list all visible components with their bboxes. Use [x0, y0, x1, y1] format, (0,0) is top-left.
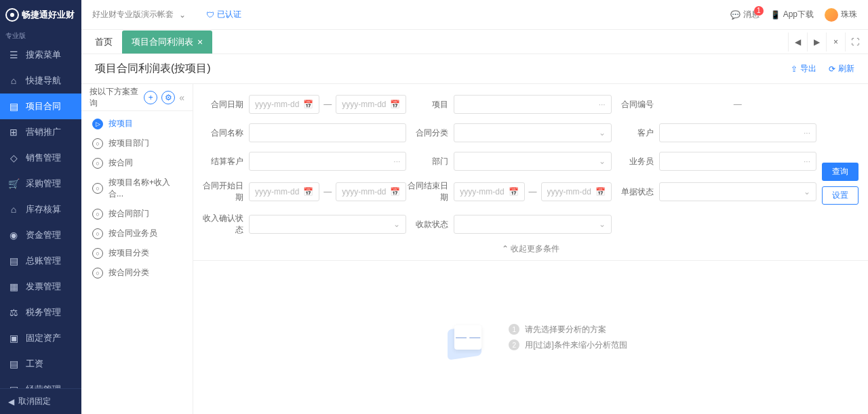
tab-home[interactable]: 首页 — [85, 30, 122, 54]
salesperson-input[interactable]: ··· — [659, 152, 816, 171]
user-menu[interactable]: 珠珠 — [825, 8, 857, 22]
calendar-icon: 📅 — [303, 187, 313, 196]
sidebar-item-11[interactable]: ▣固定资产 — [0, 325, 81, 351]
topbar: 好业财专业版演示帐套 ⌄ 🛡 已认证 💬 消息 1 📱 App下载 珠珠 — [81, 0, 868, 30]
scheme-header-title: 按以下方案查询 — [90, 86, 140, 109]
step1-text: 请先选择要分析的方案 — [525, 324, 606, 335]
sidebar-item-7[interactable]: ◉资金管理 — [0, 222, 81, 248]
calendar-icon: 📅 — [595, 187, 606, 196]
end-date-to[interactable]: yyyy-mm-dd📅 — [541, 182, 612, 201]
label-voucher-status: 单据状态 — [612, 186, 659, 198]
sidebar-item-label: 经营管理 — [26, 384, 61, 388]
customer-input[interactable]: ··· — [659, 123, 816, 142]
tab-prev-button[interactable]: ◀ — [788, 33, 807, 51]
collapse-filters-button[interactable]: ⌃ 收起更多条件 — [193, 238, 868, 261]
income-confirm-select[interactable]: ⌄ — [249, 215, 406, 234]
export-label: 导出 — [800, 63, 816, 75]
scheme-item-1[interactable]: ○按项目部门 — [81, 133, 193, 153]
brand-logo: 畅捷通好业财 — [0, 0, 81, 30]
settings-button[interactable]: 设置 — [822, 186, 859, 205]
sidebar-item-10[interactable]: ⚖税务管理 — [0, 299, 81, 325]
sidebar-pin-toggle[interactable]: ◀ 取消固定 — [0, 388, 81, 414]
scheme-item-4[interactable]: ○按合同部门 — [81, 204, 193, 224]
label-start-date: 合同开始日期 — [201, 180, 249, 203]
sidebar-item-icon: ⚖ — [8, 307, 19, 318]
label-salesperson: 业务员 — [612, 156, 659, 167]
label-department: 部门 — [406, 156, 454, 167]
scheme-item-2[interactable]: ○按合同 — [81, 153, 193, 173]
main-area: 好业财专业版演示帐套 ⌄ 🛡 已认证 💬 消息 1 📱 App下载 珠珠 — [81, 0, 868, 414]
verified-badge: 🛡 已认证 — [206, 9, 241, 20]
scheme-item-icon: ○ — [92, 138, 103, 149]
start-date-from[interactable]: yyyy-mm-dd📅 — [249, 182, 319, 201]
export-button[interactable]: ⇪ 导出 — [791, 63, 816, 75]
end-date-from[interactable]: yyyy-mm-dd📅 — [454, 182, 524, 201]
calendar-icon: 📅 — [390, 187, 400, 196]
sidebar-item-12[interactable]: ▤工资 — [0, 351, 81, 377]
sidebar-item-0[interactable]: ☰搜索菜单 — [0, 42, 81, 68]
contract-name-input[interactable] — [249, 123, 406, 142]
scheme-item-label: 按项目名称+收入合... — [108, 177, 182, 200]
sidebar-item-3[interactable]: ⊞营销推广 — [0, 119, 81, 145]
more-icon: ··· — [393, 157, 400, 166]
tenant-selector[interactable]: 好业财专业版演示帐套 ⌄ — [92, 9, 186, 20]
voucher-status-select[interactable]: ⌄ — [659, 182, 816, 201]
scheme-item-6[interactable]: ○按项目分类 — [81, 243, 193, 263]
settle-customer-input[interactable]: ··· — [249, 152, 406, 171]
contract-category-select[interactable]: ⌄ — [454, 123, 611, 142]
scheme-item-7[interactable]: ○按合同分类 — [81, 263, 193, 283]
scheme-item-label: 按合同分类 — [108, 267, 149, 278]
sidebar-item-6[interactable]: ⌂库存核算 — [0, 196, 81, 222]
refresh-button[interactable]: ⟳ 刷新 — [829, 63, 854, 75]
contract-date-from[interactable]: yyyy-mm-dd📅 — [249, 95, 319, 114]
scheme-item-label: 按项目部门 — [108, 138, 149, 149]
sidebar-item-4[interactable]: ◇销售管理 — [0, 145, 81, 171]
messages-button[interactable]: 💬 消息 1 — [730, 9, 760, 20]
tab-active-label: 项目合同利润表 — [132, 36, 193, 48]
scheme-collapse-button[interactable]: « — [179, 92, 184, 103]
scheme-item-label: 按项目分类 — [108, 247, 149, 259]
app-download-button[interactable]: 📱 App下载 — [770, 9, 814, 20]
tab-next-button[interactable]: ▶ — [807, 33, 826, 51]
sidebar-item-label: 固定资产 — [26, 332, 61, 344]
fullscreen-button[interactable]: ⛶ — [845, 33, 864, 51]
refresh-icon: ⟳ — [829, 64, 835, 74]
message-icon: 💬 — [730, 10, 741, 20]
sidebar-item-label: 总账管理 — [26, 255, 61, 267]
scheme-item-3[interactable]: ○按项目名称+收入合... — [81, 173, 193, 204]
scheme-add-button[interactable]: + — [144, 91, 157, 104]
label-customer: 客户 — [612, 127, 659, 139]
sidebar-item-13[interactable]: ▤经营管理 — [0, 377, 81, 388]
label-settle-customer: 结算客户 — [201, 156, 249, 167]
sidebar-item-icon: ⌂ — [8, 75, 19, 86]
tab-close-all-button[interactable]: × — [826, 33, 845, 51]
sidebar-item-8[interactable]: ▤总账管理 — [0, 248, 81, 274]
sidebar-item-1[interactable]: ⌂快捷导航 — [0, 68, 81, 94]
project-input[interactable]: ··· — [454, 95, 611, 114]
sidebar-item-9[interactable]: ▦发票管理 — [0, 274, 81, 299]
empty-steps: 1请先选择要分析的方案 2用[过滤]条件来缩小分析范围 — [509, 320, 627, 355]
scheme-panel: 按以下方案查询 + ⚙ « ▷按项目○按项目部门○按合同○按项目名称+收入合..… — [81, 84, 193, 414]
chevron-down-icon: ⌄ — [599, 220, 606, 229]
scheme-settings-button[interactable]: ⚙ — [161, 91, 175, 104]
sidebar-item-icon: ▤ — [8, 358, 19, 369]
verified-label: 已认证 — [217, 9, 241, 20]
sidebar-item-2[interactable]: ▤项目合同 — [0, 94, 81, 119]
tab-active[interactable]: 项目合同利润表 × — [122, 30, 212, 54]
filter-form: 合同日期 yyyy-mm-dd📅 — yyyy-mm-dd📅 项目 ··· — [193, 84, 825, 238]
start-date-to[interactable]: yyyy-mm-dd📅 — [336, 182, 406, 201]
sidebar-item-icon: ▤ — [8, 255, 19, 266]
close-icon[interactable]: × — [197, 37, 203, 47]
filter-actions: 查询 设置 — [822, 163, 859, 205]
label-end-date: 合同结束日期 — [406, 180, 454, 203]
search-button[interactable]: 查询 — [822, 163, 859, 181]
phone-icon: 📱 — [770, 10, 781, 20]
scheme-item-0[interactable]: ▷按项目 — [81, 114, 193, 133]
sidebar-item-5[interactable]: 🛒采购管理 — [0, 171, 81, 196]
calendar-icon: 📅 — [303, 100, 313, 109]
department-select[interactable]: ⌄ — [454, 152, 611, 171]
contract-date-to[interactable]: yyyy-mm-dd📅 — [336, 95, 406, 114]
collection-status-select[interactable]: ⌄ — [454, 215, 611, 234]
chevron-down-icon: ⌄ — [179, 10, 186, 20]
scheme-item-5[interactable]: ○按合同业务员 — [81, 224, 193, 243]
